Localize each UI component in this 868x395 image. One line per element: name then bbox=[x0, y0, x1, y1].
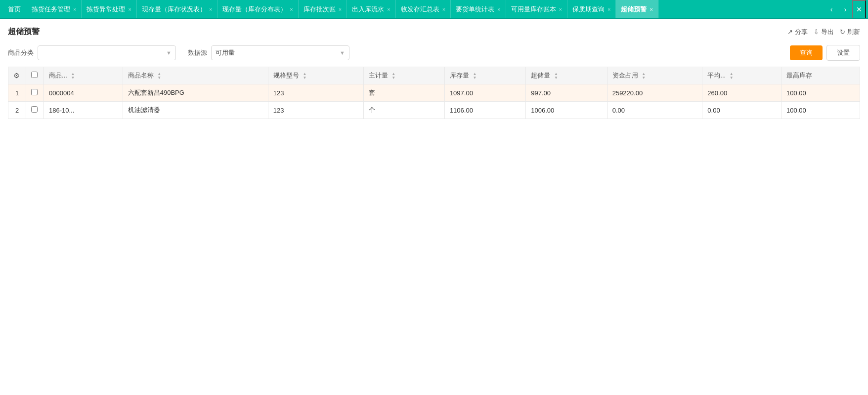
nav-tab-label: 出入库流水 bbox=[352, 5, 384, 14]
th-checkbox[interactable] bbox=[26, 67, 44, 84]
filter-row: 商品分类 ▼ 数据源 可用量 ▼ 查询 设置 bbox=[8, 45, 860, 61]
nav-tab-close-icon[interactable]: × bbox=[339, 6, 342, 12]
category-dropdown-icon: ▼ bbox=[166, 50, 172, 56]
th-avg[interactable]: 平均... ▲ ▼ bbox=[702, 67, 781, 84]
select-all-checkbox[interactable] bbox=[31, 72, 38, 78]
nav-tab-close-icon[interactable]: × bbox=[73, 6, 76, 12]
page-header: 超储预警 ↗ 分享 ⇩ 导出 ↻ 刷新 bbox=[8, 27, 860, 37]
refresh-action[interactable]: ↻ 刷新 bbox=[840, 28, 860, 37]
td-checkbox[interactable] bbox=[26, 84, 44, 102]
td-capital: 259220.00 bbox=[607, 84, 702, 102]
td-stock: 1106.00 bbox=[444, 102, 525, 119]
nav-tab-label: 拣货异常处理 bbox=[87, 5, 125, 14]
data-table: ⚙ 商品... ▲ ▼ 商品名称 ▲ ▼ bbox=[8, 67, 860, 119]
datasource-filter: 数据源 可用量 ▼ bbox=[188, 45, 349, 60]
nav-tab-label: 现存量（库存分布表） bbox=[222, 5, 287, 14]
th-overstock[interactable]: 超储量 ▲ ▼ bbox=[526, 67, 607, 84]
nav-tab-label: 收发存汇总表 bbox=[401, 5, 439, 14]
table-header-row: ⚙ 商品... ▲ ▼ 商品名称 ▲ ▼ bbox=[8, 67, 860, 84]
top-nav: 首页 拣货任务管理×拣货异常处理×现存量（库存状况表）×现存量（库存分布表）×库… bbox=[0, 0, 868, 19]
td-sku-name: 机油滤清器 bbox=[123, 102, 268, 119]
nav-tab-close-icon[interactable]: × bbox=[497, 6, 500, 12]
td-sku-name: 六配套新昌490BPG bbox=[123, 84, 268, 102]
nav-tab-close-icon[interactable]: × bbox=[559, 6, 562, 12]
th-sku-name[interactable]: 商品名称 ▲ ▼ bbox=[123, 67, 268, 84]
table-body: 10000004六配套新昌490BPG123套1097.00997.002592… bbox=[8, 84, 860, 119]
share-icon: ↗ bbox=[787, 28, 793, 36]
nav-tab-close-icon[interactable]: × bbox=[442, 6, 445, 12]
query-button[interactable]: 查询 bbox=[790, 45, 823, 60]
category-filter: 商品分类 ▼ bbox=[8, 45, 176, 60]
nav-tab[interactable]: 出入库流水× bbox=[347, 0, 395, 19]
category-label: 商品分类 bbox=[8, 48, 34, 57]
td-max-stock: 100.00 bbox=[781, 102, 860, 119]
nav-tab-close-icon[interactable]: × bbox=[387, 6, 390, 12]
th-spec[interactable]: 规格型号 ▲ ▼ bbox=[268, 67, 363, 84]
sort-arrows-spec: ▲ ▼ bbox=[303, 72, 306, 80]
page-title: 超储预警 bbox=[8, 27, 40, 37]
row-checkbox[interactable] bbox=[31, 106, 38, 113]
th-sku-code[interactable]: 商品... ▲ ▼ bbox=[44, 67, 123, 84]
nav-tab-close-icon[interactable]: × bbox=[209, 6, 212, 12]
nav-tab[interactable]: 现存量（库存状况表）× bbox=[137, 0, 217, 19]
td-avg: 0.00 bbox=[702, 102, 781, 119]
datasource-select-text: 可用量 bbox=[216, 48, 235, 57]
gear-icon[interactable]: ⚙ bbox=[13, 72, 20, 79]
nav-tab[interactable]: 可用量库存账本× bbox=[506, 0, 567, 19]
td-max-stock: 100.00 bbox=[781, 84, 860, 102]
th-stock-label: 库存量 bbox=[450, 72, 469, 79]
nav-tab-label: 可用量库存账本 bbox=[511, 5, 556, 14]
share-action[interactable]: ↗ 分享 bbox=[787, 28, 808, 37]
nav-tab-label: 拣货任务管理 bbox=[32, 5, 70, 14]
nav-tab-close-icon[interactable]: × bbox=[650, 6, 652, 12]
nav-tab[interactable]: 库存批次账× bbox=[299, 0, 347, 19]
nav-tab[interactable]: 保质期查询× bbox=[567, 0, 616, 19]
nav-tab-close-icon[interactable]: × bbox=[128, 6, 131, 12]
table-row: 10000004六配套新昌490BPG123套1097.00997.002592… bbox=[8, 84, 860, 102]
sort-arrows-avg: ▲ ▼ bbox=[730, 72, 734, 80]
sort-arrows-unit: ▲ ▼ bbox=[391, 72, 395, 80]
nav-tab[interactable]: 收发存汇总表× bbox=[396, 0, 451, 19]
td-stock: 1097.00 bbox=[444, 84, 525, 102]
td-unit: 套 bbox=[363, 84, 444, 102]
td-index: 2 bbox=[8, 102, 26, 119]
th-unit-label: 主计量 bbox=[369, 72, 388, 79]
th-max-stock: 最高库存 bbox=[781, 67, 860, 84]
td-overstock: 997.00 bbox=[526, 84, 607, 102]
th-capital[interactable]: 资金占用 ▲ ▼ bbox=[607, 67, 702, 84]
td-capital: 0.00 bbox=[607, 102, 702, 119]
nav-prev-button[interactable]: ‹ bbox=[825, 0, 838, 19]
nav-tab[interactable]: 拣货异常处理× bbox=[82, 0, 136, 19]
nav-tab[interactable]: 超储预警× bbox=[616, 0, 658, 19]
nav-tab[interactable]: 要货单统计表× bbox=[451, 0, 506, 19]
nav-home[interactable]: 首页 bbox=[2, 0, 27, 19]
nav-tab[interactable]: 现存量（库存分布表）× bbox=[217, 0, 298, 19]
nav-tab-label: 现存量（库存状况表） bbox=[142, 5, 206, 14]
sort-arrows-stock: ▲ ▼ bbox=[473, 72, 477, 80]
td-sku-code: 0000004 bbox=[44, 84, 123, 102]
th-gear[interactable]: ⚙ bbox=[8, 67, 26, 84]
th-unit[interactable]: 主计量 ▲ ▼ bbox=[363, 67, 444, 84]
th-spec-label: 规格型号 bbox=[273, 72, 299, 79]
category-select[interactable]: ▼ bbox=[38, 45, 176, 60]
table-row: 2186-10...机油滤清器123个1106.001006.000.000.0… bbox=[8, 102, 860, 119]
nav-tab-label: 库存批次账 bbox=[304, 5, 336, 14]
export-label: 导出 bbox=[821, 28, 834, 37]
refresh-icon: ↻ bbox=[840, 28, 845, 36]
datasource-select[interactable]: 可用量 ▼ bbox=[211, 45, 349, 60]
settings-button[interactable]: 设置 bbox=[826, 45, 860, 61]
nav-tab-label: 保质期查询 bbox=[572, 5, 605, 14]
td-avg: 260.00 bbox=[702, 84, 781, 102]
nav-tab[interactable]: 拣货任务管理× bbox=[27, 0, 82, 19]
th-stock[interactable]: 库存量 ▲ ▼ bbox=[444, 67, 525, 84]
nav-close-button[interactable]: ✕ bbox=[852, 0, 866, 19]
td-spec: 123 bbox=[268, 84, 363, 102]
export-action[interactable]: ⇩ 导出 bbox=[814, 28, 834, 37]
filter-buttons: 查询 设置 bbox=[790, 45, 860, 61]
row-checkbox[interactable] bbox=[31, 89, 38, 95]
nav-tab-close-icon[interactable]: × bbox=[608, 6, 610, 12]
th-avg-label: 平均... bbox=[707, 72, 726, 79]
nav-next-button[interactable]: › bbox=[838, 0, 852, 19]
nav-tab-close-icon[interactable]: × bbox=[290, 6, 293, 12]
td-checkbox[interactable] bbox=[26, 102, 44, 119]
